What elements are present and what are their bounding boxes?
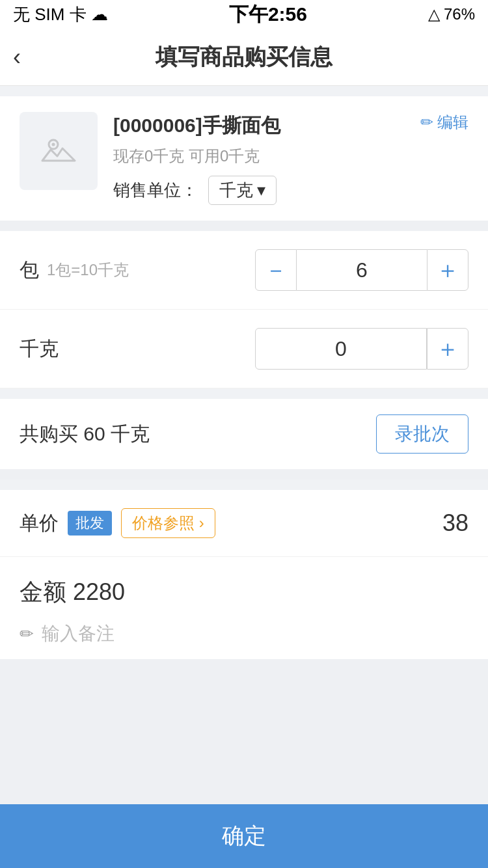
amount-section: 金额 2280 ✏ 输入备注 [0, 557, 488, 659]
remark-placeholder: 输入备注 [42, 621, 115, 646]
separator-2 [0, 469, 488, 480]
amount-label: 金额 [20, 578, 66, 605]
package-quantity-input[interactable] [297, 249, 427, 291]
price-tag: 批发 [68, 511, 112, 536]
unit-value: 千克 [219, 179, 253, 202]
product-image-icon [39, 131, 78, 170]
product-unit-row: 销售单位： 千克 ▾ [113, 176, 468, 205]
confirm-button[interactable]: 确定 [0, 804, 488, 868]
package-minus-button[interactable]: － [255, 249, 297, 291]
status-right: △ 76% [428, 5, 475, 23]
kg-label: 千克 [20, 336, 59, 362]
unit-dropdown-icon: ▾ [257, 180, 265, 200]
unit-select[interactable]: 千克 ▾ [208, 176, 277, 205]
status-battery: 76% [444, 5, 475, 23]
remark-row: ✏ 输入备注 [20, 621, 468, 646]
product-thumbnail [20, 112, 98, 190]
price-value: 38 [442, 509, 468, 537]
kg-row: 千克 ＋ [0, 310, 488, 388]
status-battery-icon: △ [428, 5, 440, 23]
pencil-icon: ✏ [20, 624, 34, 644]
amount-row: 金额 2280 [20, 576, 468, 608]
kg-quantity-input[interactable] [255, 328, 427, 370]
kg-controls: ＋ [255, 328, 468, 370]
total-text: 共购买 60 千克 [20, 421, 150, 448]
edit-button[interactable]: ✏ 编辑 [420, 112, 468, 133]
price-label: 单价 [20, 510, 59, 537]
empty-space [0, 659, 488, 804]
nav-bar: ‹ 填写商品购买信息 [0, 29, 488, 86]
edit-label: 编辑 [437, 112, 468, 133]
status-bar: 无 SIM 卡 ☁ 下午2:56 △ 76% [0, 0, 488, 29]
price-section: 单价 批发 价格参照 › 38 [0, 490, 488, 557]
package-plus-button[interactable]: ＋ [427, 249, 468, 291]
price-left: 单价 批发 价格参照 › [20, 508, 215, 538]
status-carrier: 无 SIM 卡 ☁ [13, 3, 108, 26]
package-controls: － ＋ [255, 249, 468, 291]
back-button[interactable]: ‹ [13, 44, 21, 71]
separator-1 [0, 221, 488, 231]
price-row: 单价 批发 价格参照 › 38 [20, 508, 468, 538]
edit-icon: ✏ [420, 113, 433, 131]
page-title: 填写商品购买信息 [156, 42, 332, 72]
kg-plus-button[interactable]: ＋ [427, 328, 468, 370]
product-info: [0000006]手撕面包 现存0千克 可用0千克 销售单位： 千克 ▾ [113, 112, 468, 205]
package-row: 包 1包=10千克 － ＋ [0, 231, 488, 310]
package-label: 包 [20, 257, 39, 284]
unit-label: 销售单位： [113, 179, 198, 202]
product-stock: 现存0千克 可用0千克 [113, 146, 468, 167]
svg-point-1 [52, 143, 55, 146]
amount-value: 2280 [73, 578, 125, 605]
package-hint: 1包=10千克 [47, 260, 255, 280]
product-card: [0000006]手撕面包 现存0千克 可用0千克 销售单位： 千克 ▾ ✏ 编… [0, 96, 488, 221]
input-section: 包 1包=10千克 － ＋ 千克 ＋ [0, 231, 488, 388]
product-name: [0000006]手撕面包 [113, 112, 468, 139]
price-reference-button[interactable]: 价格参照 › [121, 508, 215, 538]
batch-button[interactable]: 录批次 [376, 414, 468, 454]
status-time: 下午2:56 [229, 1, 307, 28]
total-row: 共购买 60 千克 录批次 [0, 399, 488, 469]
